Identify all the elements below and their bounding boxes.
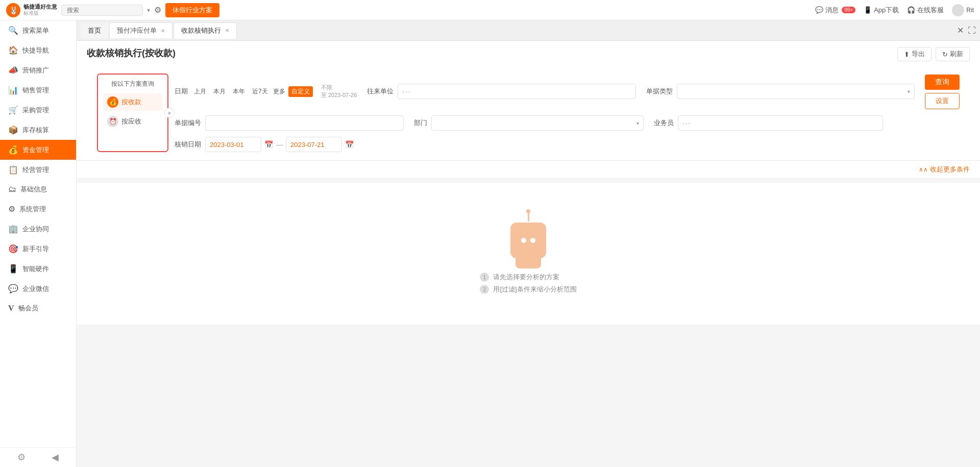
quick-date-lastmonth[interactable]: 上月	[192, 86, 208, 97]
sidebar-settings-icon[interactable]: ⚙	[17, 452, 26, 463]
tab-close-all-button[interactable]: ✕	[957, 26, 964, 35]
settings-button[interactable]: 设置	[925, 93, 960, 109]
tab-close-collection[interactable]: ✕	[225, 28, 229, 33]
voucher-no-input[interactable]	[205, 115, 404, 131]
content-area: 首页 预付冲应付单 ✕ 收款核销执行 ✕ ✕ ⛶ 收款核销执行(按收款)	[77, 20, 980, 467]
robot-antenna	[528, 213, 529, 222]
robot-face	[519, 238, 537, 243]
tab-close-prepay[interactable]: ✕	[161, 28, 165, 34]
sidebar-item-quick-nav[interactable]: 🏠 快捷导航	[0, 40, 76, 60]
dept-select[interactable]: ▾	[431, 115, 643, 131]
empty-hint-1: 1 请先选择要分析的方案	[480, 273, 576, 282]
sidebar-item-member[interactable]: V 畅会员	[0, 299, 76, 318]
filter-panel-collapse[interactable]: »	[164, 108, 175, 118]
custom-badge[interactable]: 自定义	[288, 86, 313, 97]
message-item[interactable]: 💬 消息 99+	[815, 6, 855, 15]
counterpart-select[interactable]: ···	[398, 84, 636, 99]
sidebar-label-inventory: 库存核算	[22, 126, 49, 135]
calendar-end-icon[interactable]: 📅	[345, 140, 354, 149]
voucher-type-select[interactable]: ▾	[677, 84, 915, 99]
solution-button[interactable]: 休假行业方案	[165, 3, 219, 17]
online-service-item[interactable]: 🎧 在线客服	[907, 6, 944, 15]
filter-option-collection-label: 按收款	[121, 97, 141, 107]
sidebar-label-hardware: 智能硬件	[22, 264, 49, 274]
empty-illustration	[503, 213, 554, 264]
date-no-limit: 不限	[321, 84, 357, 91]
query-button[interactable]: 查询	[925, 75, 960, 90]
sidebar-item-marketing[interactable]: 📣 营销推广	[0, 60, 76, 80]
member-icon: V	[8, 304, 14, 313]
quick-date-thismonth[interactable]: 本月	[211, 86, 228, 97]
sidebar-item-enterprise[interactable]: 🏢 企业协同	[0, 219, 76, 239]
sidebar-item-operation[interactable]: 📋 经营管理	[0, 160, 76, 180]
date-range-info: 不限 至 2023-07-26	[321, 84, 357, 99]
quick-date-more[interactable]: 更多	[273, 87, 285, 96]
tab-prepay[interactable]: 预付冲应付单 ✕	[109, 22, 173, 38]
export-button[interactable]: ⬆ 导出	[897, 47, 932, 61]
page-header: 收款核销执行(按收款) ⬆ 导出 ↻ 刷新 按以下方案查询	[77, 41, 980, 161]
receivable-option-icon: ⏰	[107, 116, 118, 127]
refresh-icon: ↻	[942, 51, 948, 58]
tab-home[interactable]: 首页	[81, 23, 108, 38]
sidebar-item-guide[interactable]: 🎯 新手引导	[0, 239, 76, 259]
brand-name: 畅捷通好生意	[23, 4, 57, 10]
collapse-more-bar[interactable]: ∧∧ 收起更多条件	[77, 161, 980, 179]
staff-select[interactable]: ···	[678, 115, 883, 131]
sidebar-item-sales[interactable]: 📊 销售管理	[0, 80, 76, 100]
tab-collection[interactable]: 收款核销执行 ✕	[174, 22, 237, 39]
collection-option-icon: 💰	[107, 96, 118, 108]
sidebar-item-finance[interactable]: 💰 资金管理	[0, 140, 76, 160]
sidebar-item-hardware[interactable]: 📱 智能硬件	[0, 259, 76, 279]
empty-hint-2: 2 用[过滤]条件来缩小分析范围	[480, 285, 576, 294]
empty-state: 1 请先选择要分析的方案 2 用[过滤]条件来缩小分析范围	[77, 183, 980, 325]
chart-icon: 📊	[8, 85, 18, 95]
filter-counterpart-item: 往来单位 ···	[367, 84, 636, 99]
sidebar-item-purchase[interactable]: 🛒 采购管理	[0, 100, 76, 120]
wechat-icon: 💬	[8, 284, 18, 293]
counterpart-dots: ···	[402, 87, 411, 95]
headset-icon: 🎧	[907, 6, 915, 14]
top-bar-right: 💬 消息 99+ 📱 App下载 🎧 在线客服 Rit	[815, 4, 974, 16]
filter-option-receivable-label: 按应收	[121, 117, 141, 126]
sidebar-label-member: 畅会员	[18, 304, 38, 313]
sidebar-item-inventory[interactable]: 📦 库存核算	[0, 120, 76, 140]
user-info[interactable]: Rit	[952, 4, 974, 16]
sidebar-item-wechat[interactable]: 💬 企业微信	[0, 279, 76, 299]
app-download-label: App下载	[874, 6, 899, 15]
sidebar-item-basic[interactable]: 🗂 基础信息	[0, 180, 76, 199]
filter-option-by-receivable[interactable]: ⏰ 按应收	[103, 113, 162, 130]
message-label: 消息	[825, 6, 839, 15]
message-icon: 💬	[815, 6, 823, 14]
voucher-no-label: 单据编号	[175, 118, 201, 128]
gear-icon[interactable]: ⚙	[154, 5, 161, 15]
sidebar: 🔍 搜索菜单 🏠 快捷导航 📣 营销推广 📊 销售管理 🛒 采购管理 📦 库存核…	[0, 20, 77, 467]
quick-date-thisyear[interactable]: 本年	[231, 86, 247, 97]
chevron-down-icon[interactable]: ▾	[147, 7, 150, 14]
tab-home-label: 首页	[88, 26, 101, 35]
app-download-item[interactable]: 📱 App下载	[864, 6, 899, 15]
filter-panel-title: 按以下方案查询	[103, 80, 162, 88]
sidebar-item-system[interactable]: ⚙ 系统管理	[0, 199, 76, 219]
sidebar-item-search-menu[interactable]: 🔍 搜索菜单	[0, 20, 76, 40]
staff-dots: ···	[682, 119, 692, 127]
writeoff-end-input[interactable]	[286, 137, 342, 152]
filter-row-2: 单据编号 部门 ▾ 业务员	[175, 115, 960, 131]
cart-icon: 🛒	[8, 105, 18, 115]
sidebar-label-marketing: 营销推广	[22, 66, 49, 75]
tab-fullscreen-button[interactable]: ⛶	[968, 26, 976, 35]
voucher-type-label: 单据类型	[646, 87, 673, 96]
writeoff-start-input[interactable]	[205, 137, 261, 152]
writeoff-date-label: 核销日期	[175, 140, 201, 149]
staff-label: 业务员	[654, 118, 674, 128]
page-title: 收款核销执行(按收款)	[87, 47, 970, 59]
filter-option-by-collection[interactable]: 💰 按收款	[103, 93, 162, 111]
hint-text-1: 请先选择要分析的方案	[493, 273, 559, 282]
refresh-button[interactable]: ↻ 刷新	[936, 47, 970, 61]
quick-date-7days[interactable]: 近7天	[250, 86, 270, 97]
top-bar: 🐰 畅捷通好生意 标准版 ▾ ⚙ 休假行业方案 💬 消息 99+ 📱 App下载…	[0, 0, 980, 20]
sidebar-collapse-icon[interactable]: ◀	[52, 452, 59, 463]
money-icon: 💰	[8, 145, 18, 155]
app-icon: 📱	[864, 6, 872, 14]
calendar-start-icon[interactable]: 📅	[264, 140, 273, 149]
search-input[interactable]	[61, 5, 143, 16]
